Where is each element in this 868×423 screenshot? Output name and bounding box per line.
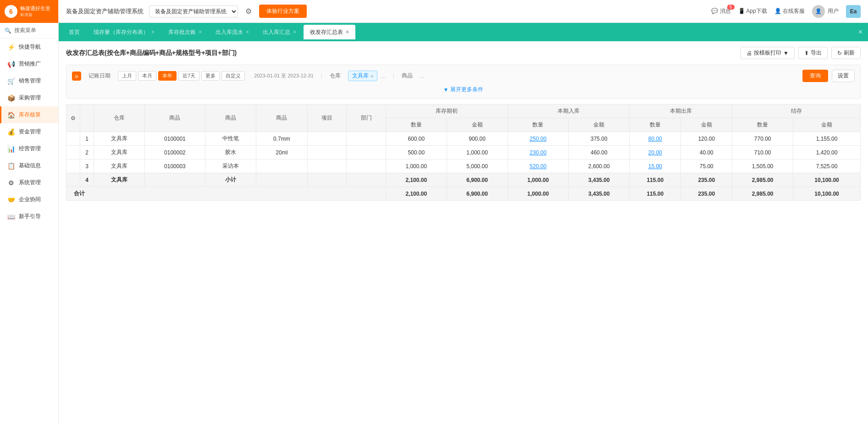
date-custom[interactable]: 自定义	[221, 71, 245, 81]
online-service[interactable]: 👤 在线客服	[774, 7, 805, 15]
tab-in-out-flow-close[interactable]: ×	[246, 29, 249, 35]
row-in-qty[interactable]: 230.00	[508, 146, 569, 159]
operations-icon: 📊	[7, 145, 15, 153]
system-select[interactable]: 装备及固定资产辅助管理系统	[149, 5, 238, 17]
row-open-amt: 1,000.00	[447, 146, 508, 159]
row-out-qty[interactable]: 20.00	[630, 146, 681, 159]
sidebar-item-inventory[interactable]: 🏠 库存核算	[0, 106, 58, 123]
date-range: 2023-01-01 至 2023-12-31	[254, 72, 314, 79]
tab-inventory-dist[interactable]: 现存量（库存分布表） ×	[87, 25, 161, 39]
sidebar-item-label: 基础信息	[19, 162, 41, 170]
system-title: 装备及固定资产辅助管理系统	[66, 7, 144, 16]
tab-batch-account[interactable]: 库存批次账 ×	[162, 25, 208, 39]
expand-row[interactable]: ▼ 展开更多条件	[72, 86, 855, 93]
sidebar-item-finance[interactable]: 💰 资金管理	[0, 123, 58, 140]
sidebar-logo: 6 畅捷通好生意 标准版	[0, 0, 58, 23]
table-footer: 合计 2,100.00 6,900.00 1,000.00 3,435.00 1…	[66, 187, 861, 201]
filter-separator-2: |	[393, 73, 394, 79]
export-label: 导出	[811, 49, 822, 57]
sidebar-item-guide[interactable]: 📖 新手引导	[0, 208, 58, 225]
user-area[interactable]: 👤 用户	[812, 5, 839, 18]
sidebar-item-enterprise[interactable]: 🤝 企业协同	[0, 191, 58, 208]
page-content: 收发存汇总表(按仓库+商品编码+商品+规格型号+项目+部门) 🖨 按模板打印 ▼…	[59, 41, 868, 423]
sidebar-item-system[interactable]: ⚙ 系统管理	[0, 174, 58, 191]
search-label: 搜索菜单	[14, 27, 36, 34]
search-menu[interactable]: 🔍 搜索菜单	[0, 23, 58, 38]
app-download[interactable]: 📱 App下载	[738, 7, 767, 15]
row-in-qty[interactable]: 250.00	[508, 132, 569, 146]
tab-batch-account-close[interactable]: ×	[199, 29, 202, 35]
expand-label: 展开更多条件	[450, 86, 483, 93]
tab-home-label: 首页	[69, 28, 80, 36]
sub-out-amt: 金额	[681, 118, 732, 132]
col-dept-header: 部门	[347, 104, 386, 132]
message-badge[interactable]: 💬 6 消息	[711, 7, 730, 15]
tab-home[interactable]: 首页	[62, 25, 86, 39]
filter-settings-button[interactable]: 设置	[832, 70, 855, 82]
tab-in-out-flow-label: 出入库流水	[216, 28, 243, 36]
row-project	[307, 159, 346, 173]
sidebar-item-purchase[interactable]: 📦 采购管理	[0, 89, 58, 106]
date-this-year[interactable]: 本年	[158, 71, 177, 81]
refresh-button[interactable]: ↻ 刷新	[831, 47, 861, 59]
query-button[interactable]: 查询	[802, 70, 828, 82]
message-icon: 💬	[711, 8, 718, 14]
warehouse-tag[interactable]: 文具库 ×	[348, 71, 377, 81]
row-open-amt: 900.00	[447, 132, 508, 146]
sidebar-item-operations[interactable]: 📊 经营管理	[0, 140, 58, 157]
row-out-qty[interactable]: 80.00	[630, 132, 681, 146]
date-more[interactable]: 更多	[201, 71, 220, 81]
sidebar-item-label: 新手引导	[19, 213, 41, 220]
date-this-month[interactable]: 本月	[138, 71, 156, 81]
tab-bar-close-icon[interactable]: ×	[858, 28, 862, 36]
print-button[interactable]: 🖨 按模板打印 ▼	[741, 47, 795, 59]
sub-in-amt: 金额	[569, 118, 630, 132]
tab-in-out-summary-close[interactable]: ×	[293, 29, 296, 35]
expand-icon: ▼	[443, 87, 449, 93]
goods-more[interactable]: ...	[420, 73, 424, 79]
sidebar-item-quick-nav[interactable]: ⚡ 快捷导航	[0, 38, 58, 55]
row-out-amt: 75.00	[681, 159, 732, 173]
trial-button[interactable]: 体验行业方案	[259, 5, 307, 18]
tab-in-out-summary[interactable]: 出入库汇总 ×	[256, 25, 303, 39]
sidebar-item-marketing[interactable]: 📢 营销推广	[0, 55, 58, 72]
finance-icon: 💰	[7, 128, 15, 136]
tab-in-out-flow[interactable]: 出入库流水 ×	[209, 25, 255, 39]
warehouse-tag-name: 文具库	[352, 72, 369, 80]
online-service-label: 在线客服	[783, 8, 805, 14]
warehouse-filter: 文具库 × ...	[348, 71, 386, 81]
settings-icon[interactable]: ⚙	[243, 5, 254, 17]
avatar: 👤	[812, 5, 825, 18]
row-project	[307, 146, 346, 159]
row-in-amt: 460.00	[569, 146, 630, 159]
sidebar-item-sales[interactable]: 🛒 销售管理	[0, 72, 58, 89]
footer-out-amt: 235.00	[681, 187, 732, 201]
tab-recv-send-summary[interactable]: 收发存汇总表 ×	[304, 25, 355, 39]
row-in-qty[interactable]: 520.00	[508, 159, 569, 173]
date-last-7-days[interactable]: 近7天	[178, 71, 199, 81]
sales-icon: 🛒	[7, 77, 15, 85]
filter-toggle-button[interactable]: »	[72, 71, 81, 81]
row-in-amt: 2,600.00	[569, 159, 630, 173]
sidebar: 6 畅捷通好生意 标准版 🔍 搜索菜单 ⚡ 快捷导航 📢 营销推广 🛒 销售管理…	[0, 0, 59, 423]
warehouse-tag-close[interactable]: ×	[370, 73, 373, 79]
tab-inventory-dist-close[interactable]: ×	[151, 29, 155, 35]
row-name: 中性笔	[205, 132, 256, 146]
date-last-month[interactable]: 上月	[118, 71, 136, 81]
filter-area: » 记账日期 上月 本月 本年 近7天 更多 自定义 2023-01-01 至 …	[66, 65, 861, 99]
row-out-qty: 115.00	[630, 173, 681, 187]
sidebar-item-label: 资金管理	[19, 128, 41, 136]
warehouse-more[interactable]: ...	[381, 73, 385, 79]
tab-recv-send-summary-close[interactable]: ×	[346, 29, 349, 35]
table-row: 4文具库小计2,100.006,900.001,000.003,435.0011…	[66, 173, 861, 187]
col-settings-header[interactable]: ⚙	[66, 104, 80, 132]
export-button[interactable]: ⬆ 导出	[798, 47, 828, 59]
row-num: 4	[80, 173, 94, 187]
row-checkbox	[66, 132, 80, 146]
sidebar-item-basic-info[interactable]: 📋 基础信息	[0, 157, 58, 174]
row-num: 3	[80, 159, 94, 173]
print-label: 按模板打印	[754, 49, 781, 57]
message-count: 6	[727, 5, 735, 10]
sub-out-qty: 数量	[630, 118, 681, 132]
row-out-qty[interactable]: 15.00	[630, 159, 681, 173]
